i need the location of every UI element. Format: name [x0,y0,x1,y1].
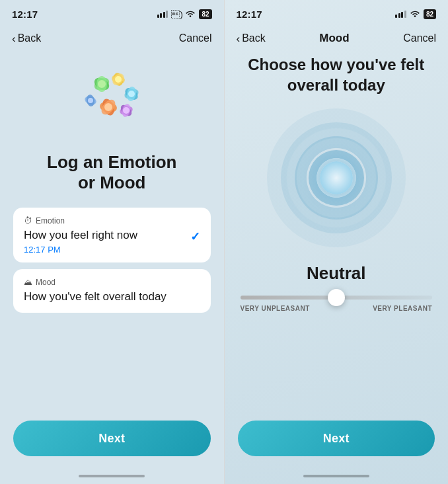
left-content: Log an Emotion or Mood ⏱ Emotion How you… [0,54,224,469]
next-button-right[interactable]: Next [238,421,435,456]
back-button-left[interactable]: ‹ Back [12,32,41,44]
mood-rings-visual [267,108,406,247]
right-content: Choose how you've felt overall today Neu… [225,54,449,469]
right-panel: 12:17 82 ‹ Back Mood Cancel Choose how y… [225,0,449,484]
mood-desc: How you've felt overall today [24,290,200,304]
mood-icon: ⛰ [24,277,32,287]
log-title: Log an Emotion or Mood [47,152,176,193]
status-time-left: 12:17 [12,9,38,20]
chevron-left-icon: ‹ [12,33,16,44]
mood-label: Mood [36,278,56,287]
wifi-icon-right [410,9,420,19]
svg-point-15 [104,103,112,111]
status-bar-left: 12:17 ) 82 [0,0,224,25]
left-panel: 12:17 ) 82 ‹ Back Cancel [0,0,224,484]
home-indicator-left [79,475,145,477]
flower-cluster [65,61,158,140]
nav-bar-left: ‹ Back Cancel [0,25,224,54]
emotion-icon: ⏱ [24,216,32,225]
mood-option-card[interactable]: ⛰ Mood How you've felt overall today [13,269,211,312]
signal-icon-left [157,11,168,18]
svg-point-22 [88,98,93,103]
wifi-icon-left: ) [171,9,196,19]
nav-title-right: Mood [319,32,349,45]
slider-track[interactable] [241,296,433,300]
emotion-desc: How you feel right now [24,228,137,243]
nav-bar-right: ‹ Back Mood Cancel [225,25,449,54]
emotion-check-icon: ✓ [190,229,200,244]
choose-title: Choose how you've felt overall today [238,54,435,95]
cancel-button-left[interactable]: Cancel [179,32,212,44]
cancel-button-right[interactable]: Cancel [403,32,436,44]
status-bar-right: 12:17 82 [225,0,449,25]
chevron-right-icon: ‹ [237,33,241,44]
ring-4 [309,150,364,206]
battery-left: 82 [199,9,211,19]
mood-value-label: Neutral [307,263,366,284]
slider-label-right: VERY PLEASANT [373,305,432,312]
mood-slider-container: VERY UNPLEASANT VERY PLEASANT [238,296,435,312]
svg-point-11 [128,91,135,97]
emotion-label: Emotion [36,216,65,225]
home-indicator-right [303,475,369,477]
emotion-time: 12:17 PM [24,245,137,255]
svg-point-19 [123,107,130,114]
signal-icon-right [395,11,406,18]
svg-point-3 [98,80,106,88]
back-label-left: Back [18,32,42,44]
back-button-right[interactable]: ‹ Back [237,32,266,44]
next-button-left[interactable]: Next [13,421,211,456]
slider-label-left: VERY UNPLEASANT [241,305,310,312]
svg-point-7 [115,76,122,83]
emotion-option-card[interactable]: ⏱ Emotion How you feel right now 12:17 P… [13,208,211,262]
slider-thumb[interactable] [328,289,345,306]
status-icons-right: 82 [395,9,436,19]
back-label-right: Back [242,32,266,44]
status-time-right: 12:17 [237,9,262,20]
battery-right: 82 [424,9,436,19]
status-icons-left: ) 82 [157,9,212,19]
